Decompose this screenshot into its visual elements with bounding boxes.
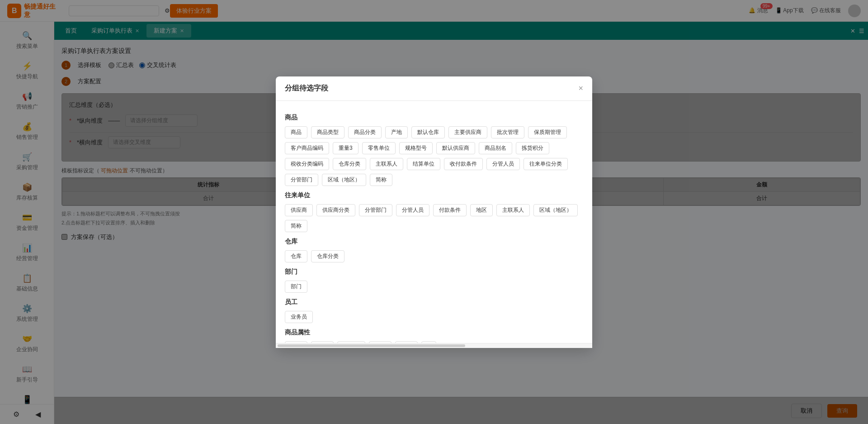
field-tag[interactable]: 部门 [285, 281, 307, 293]
field-group-title: 商品 [285, 114, 583, 122]
field-tag[interactable]: 零售单位 [362, 142, 396, 154]
field-grid: 部门 [285, 281, 583, 293]
field-grid: 商品商品类型商品分类产地默认仓库主要供应商批次管理保质期管理客户商品编码重量3零… [285, 126, 583, 186]
field-tag[interactable]: 客户商品编码 [285, 142, 329, 154]
field-tag[interactable]: 分管人员 [486, 158, 520, 170]
modal-overlay: 分组待选字段 × 商品商品商品类型商品分类产地默认仓库主要供应商批次管理保质期管… [0, 0, 868, 424]
field-tag[interactable]: 商品 [285, 126, 307, 138]
field-tag[interactable]: 重量3 [333, 142, 359, 154]
field-tag[interactable]: 默认供应商 [436, 142, 475, 154]
field-tag[interactable]: 分管人员 [396, 204, 429, 216]
field-group-title: 部门 [285, 268, 583, 276]
field-tag[interactable]: 批次管理 [491, 126, 524, 138]
field-tag[interactable]: 主联系人 [370, 158, 403, 170]
field-tag[interactable]: 仓库 [285, 250, 307, 262]
field-group-title: 商品属性 [285, 329, 583, 337]
field-tag[interactable]: 主联系人 [496, 204, 530, 216]
field-group-title: 员工 [285, 298, 583, 306]
modal-close-icon[interactable]: × [578, 84, 583, 92]
field-tag[interactable]: 仓库分类 [311, 250, 344, 262]
field-tag[interactable]: 业务员 [285, 311, 313, 323]
field-tag[interactable]: 仓库分类 [333, 158, 366, 170]
field-tag[interactable]: 区域（地区） [322, 174, 366, 186]
field-tag[interactable]: 产地 [385, 126, 408, 138]
modal-horizontal-scrollbar[interactable] [276, 343, 592, 348]
modal-body: 商品商品商品类型商品分类产地默认仓库主要供应商批次管理保质期管理客户商品编码重量… [276, 101, 592, 343]
field-tag[interactable]: 商品分类 [348, 126, 382, 138]
field-select-modal: 分组待选字段 × 商品商品商品类型商品分类产地默认仓库主要供应商批次管理保质期管… [276, 76, 592, 348]
modal-title: 分组待选字段 [285, 84, 328, 93]
field-tag[interactable]: 拣货积分 [516, 142, 549, 154]
field-tag[interactable]: 保质期管理 [528, 126, 567, 138]
field-tag[interactable]: 简称 [285, 220, 307, 232]
modal-header: 分组待选字段 × [276, 76, 592, 101]
field-tag[interactable]: 付款条件 [433, 204, 467, 216]
field-tag[interactable]: 分管部门 [359, 204, 392, 216]
field-tag[interactable]: 结算单位 [407, 158, 440, 170]
field-tag[interactable]: 供应商 [285, 204, 313, 216]
field-tag[interactable]: 税收分类编码 [285, 158, 329, 170]
field-tag[interactable]: 分管部门 [285, 174, 318, 186]
field-grid: 仓库仓库分类 [285, 250, 583, 262]
field-tag[interactable]: 商品别名 [479, 142, 512, 154]
field-tag[interactable]: 供应商分类 [316, 204, 355, 216]
field-tag[interactable]: 往来单位分类 [524, 158, 568, 170]
field-tag[interactable]: 主要供应商 [448, 126, 487, 138]
field-tag[interactable]: 商品类型 [311, 126, 344, 138]
field-grid: 业务员 [285, 311, 583, 323]
field-group-title: 往来单位 [285, 191, 583, 200]
field-tag[interactable]: 简称 [370, 174, 392, 186]
field-tag[interactable]: 收付款条件 [444, 158, 483, 170]
field-grid: 供应商供应商分类分管部门分管人员付款条件地区主联系人区域（地区）简称 [285, 204, 583, 232]
field-tag[interactable]: 地区 [470, 204, 493, 216]
field-tag[interactable]: 默认仓库 [411, 126, 445, 138]
field-tag[interactable]: 区域（地区） [533, 204, 578, 216]
field-group-title: 仓库 [285, 238, 583, 246]
field-tag[interactable]: 规格型号 [399, 142, 433, 154]
